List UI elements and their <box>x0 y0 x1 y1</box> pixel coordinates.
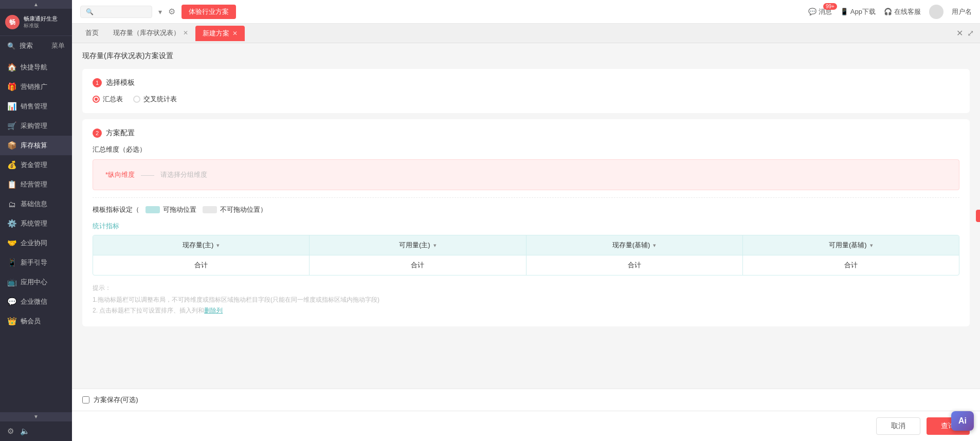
sidebar-item-label: 畅会员 <box>21 317 41 326</box>
tips-item-2: 2. 点击标题栏下拉可设置排序、插入列和删除列 <box>93 306 959 315</box>
tab-inventory-status[interactable]: 现存量（库存状况表） ✕ <box>106 24 195 43</box>
topbar-right: 💬 消息 99+ 📱 App下载 🎧 在线客服 用户名 <box>808 5 972 19</box>
sidebar: ▲ 畅 畅康通好生意 标准版 🔍 搜索 菜单 🏠 快捷导航 🎁 营销推广 📊 销… <box>0 0 72 441</box>
window-expand-btn[interactable]: ⤢ <box>967 28 974 38</box>
right-panel-hint[interactable] <box>976 210 980 222</box>
topbar-dropdown-icon[interactable]: ▾ <box>158 8 162 16</box>
chevron-down-icon-1: ▾ <box>216 242 220 249</box>
sidebar-item-purchase[interactable]: 🛒 采购管理 <box>0 116 72 136</box>
radio-summary-dot <box>93 96 100 103</box>
sidebar-scroll-up[interactable]: ▲ <box>0 0 72 9</box>
sidebar-item-label: 库存核算 <box>21 141 47 150</box>
radio-crosstab[interactable]: 交叉统计表 <box>133 95 177 104</box>
gift-icon: 🎁 <box>7 82 16 91</box>
chevron-down-icon-3: ▾ <box>653 242 656 249</box>
tab-home[interactable]: 首页 <box>78 24 106 43</box>
sidebar-item-wechat[interactable]: 💬 企业微信 <box>0 292 72 311</box>
sidebar-search[interactable]: 🔍 搜索 菜单 <box>0 36 72 56</box>
topbar-settings-icon[interactable]: ⚙ <box>168 7 175 16</box>
vertical-dimension-label: *纵向维度 <box>105 170 135 179</box>
stats-col-4-label: 可用量(基辅) <box>829 241 867 250</box>
stats-col-4-header[interactable]: 可用量(基辅) ▾ <box>743 235 959 255</box>
sidebar-item-appstore[interactable]: 📺 应用中心 <box>0 272 72 292</box>
sidebar-item-newbie[interactable]: 📱 新手引导 <box>0 253 72 272</box>
home-icon: 🏠 <box>7 63 16 72</box>
radio-crosstab-dot <box>133 96 140 103</box>
topbar-msg[interactable]: 💬 消息 99+ <box>808 7 832 16</box>
sidebar-item-label: 资金管理 <box>21 160 47 170</box>
non-draggable-indicator-box <box>203 206 217 213</box>
indicators-row: 模板指标设定（ 可拖动位置 不可拖动位置） <box>93 205 959 214</box>
tips-item-1: 1.拖动标题栏可以调整布局，不可跨维度或指标区域拖动栏目字段(只能在同一维度或指… <box>93 296 959 304</box>
stats-col-3-label: 现存量(基辅) <box>612 241 650 250</box>
delete-column-link[interactable]: 删除列 <box>204 307 223 314</box>
ai-badge[interactable]: Ai <box>951 411 974 431</box>
money-icon: 💰 <box>7 160 16 170</box>
phone-icon: 📱 <box>840 8 848 15</box>
stats-col-1-header[interactable]: 现存量(主) ▾ <box>93 235 310 255</box>
sidebar-item-operation[interactable]: 📋 经营管理 <box>0 175 72 194</box>
stats-col-1-value: 合计 <box>194 261 208 270</box>
stats-col-2-value: 合计 <box>411 261 424 270</box>
sidebar-item-quick-nav[interactable]: 🏠 快捷导航 <box>0 58 72 77</box>
vertical-dimension-placeholder[interactable]: 请选择分组维度 <box>160 170 207 179</box>
stats-col-2-header[interactable]: 可用量(主) ▾ <box>310 235 526 255</box>
msg-icon: 💬 <box>808 8 816 15</box>
sidebar-item-sales[interactable]: 📊 销售管理 <box>0 97 72 116</box>
tab-new-plan[interactable]: 新建方案 ✕ <box>195 26 245 41</box>
tips-box: 提示： 1.拖动标题栏可以调整布局，不可跨维度或指标区域拖动栏目字段(只能在同一… <box>93 284 959 315</box>
sidebar-item-label: 采购管理 <box>21 121 47 131</box>
stats-col-4-body: 合计 <box>743 255 959 275</box>
sidebar-item-basic[interactable]: 🗂 基础信息 <box>0 194 72 214</box>
trial-btn[interactable]: 体验行业方案 <box>182 5 236 19</box>
save-checkbox[interactable] <box>82 396 89 403</box>
sidebar-item-label: 营销推广 <box>21 82 47 91</box>
topbar-app-label: App下载 <box>850 7 876 16</box>
stats-col-2-label: 可用量(主) <box>399 241 430 250</box>
section1-number: 1 <box>93 78 102 87</box>
save-label: 方案保存(可选) <box>94 395 138 405</box>
chart-icon: 📊 <box>7 102 16 111</box>
topbar: 🔍 ▾ ⚙ 体验行业方案 💬 消息 99+ 📱 App下载 🎧 在线客服 用户名 <box>72 0 980 24</box>
settings-icon[interactable]: ⚙ <box>7 427 14 436</box>
indicator-draggable: 可拖动位置 <box>146 205 196 214</box>
sidebar-item-system[interactable]: ⚙️ 系统管理 <box>0 214 72 233</box>
tab-inventory-close[interactable]: ✕ <box>183 29 188 36</box>
topbar-msg-badge: 99+ <box>823 3 837 10</box>
cart-icon: 🛒 <box>7 121 16 131</box>
sidebar-item-marketing[interactable]: 🎁 营销推广 <box>0 77 72 97</box>
sidebar-footer: ⚙ 🔈 <box>0 421 72 441</box>
stats-col-1-label: 现存量(主) <box>183 241 214 250</box>
volume-icon[interactable]: 🔈 <box>20 427 30 436</box>
headset-icon: 🎧 <box>884 8 892 15</box>
stats-col-1-body: 合计 <box>93 255 310 275</box>
crown-icon: 👑 <box>7 317 16 326</box>
window-close-btn[interactable]: ✕ <box>956 28 963 38</box>
sidebar-item-label: 基础信息 <box>21 199 47 209</box>
divider1 <box>93 197 959 198</box>
stats-col-4-value: 合计 <box>844 261 858 270</box>
main-content: 现存量(库存状况表)方案设置 1 选择模板 汇总表 交叉统计表 2 <box>72 43 980 389</box>
topbar-app-download[interactable]: 📱 App下载 <box>840 7 876 16</box>
sidebar-item-label: 企业协同 <box>21 238 47 248</box>
sidebar-search-hint: 菜单 <box>51 41 65 50</box>
tab-new-plan-close[interactable]: ✕ <box>232 30 238 37</box>
folder-icon: 🗂 <box>7 200 16 209</box>
cancel-button[interactable]: 取消 <box>876 417 920 435</box>
sidebar-item-finance[interactable]: 💰 资金管理 <box>0 155 72 175</box>
sidebar-item-label: 新手引导 <box>21 258 47 267</box>
radio-summary[interactable]: 汇总表 <box>93 95 123 104</box>
sidebar-item-cooperation[interactable]: 🤝 企业协同 <box>0 233 72 253</box>
sidebar-logo-text: 畅康通好生意 标准版 <box>24 15 58 29</box>
tips-title: 提示： <box>93 284 959 292</box>
topbar-service[interactable]: 🎧 在线客服 <box>884 7 921 16</box>
topbar-search-box[interactable]: 🔍 <box>80 6 152 18</box>
topbar-avatar <box>929 5 943 19</box>
warning-dash: —— <box>141 171 154 179</box>
stats-col-3-header[interactable]: 现存量(基辅) ▾ <box>527 235 743 255</box>
sidebar-item-inventory[interactable]: 📦 库存核算 <box>0 136 72 155</box>
sidebar-scroll-down[interactable]: ▼ <box>0 412 72 421</box>
sidebar-item-member[interactable]: 👑 畅会员 <box>0 311 72 331</box>
save-row: 方案保存(可选) <box>72 389 980 411</box>
radio-summary-label: 汇总表 <box>103 95 123 104</box>
